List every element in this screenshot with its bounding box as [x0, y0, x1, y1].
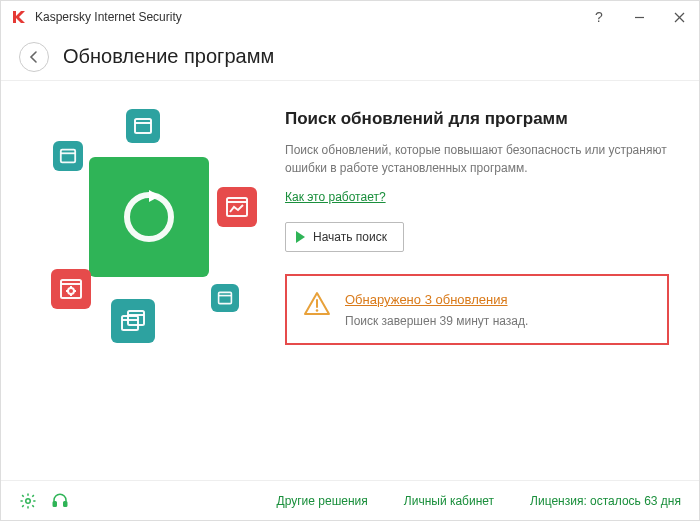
refresh-tile — [89, 157, 209, 277]
svg-rect-5 — [61, 150, 75, 163]
window-icon — [211, 284, 239, 312]
headset-icon — [51, 492, 69, 510]
alert-text: Обнаружено 3 обновления Поиск завершен 3… — [345, 290, 528, 329]
alert-subtext: Поиск завершен 39 минут назад. — [345, 314, 528, 328]
close-button[interactable] — [659, 1, 699, 33]
svg-point-24 — [316, 309, 319, 312]
svg-point-12 — [68, 288, 74, 294]
decorative-tiles — [31, 109, 261, 369]
kaspersky-logo-icon — [11, 9, 27, 25]
gear-icon — [19, 492, 37, 510]
svg-point-25 — [26, 498, 31, 503]
main-panel: Поиск обновлений для программ Поиск обно… — [261, 109, 669, 369]
how-it-works-link[interactable]: Как это работает? — [285, 190, 386, 204]
license-link[interactable]: Лицензия: осталось 63 дня — [530, 494, 681, 508]
content-area: Поиск обновлений для программ Поиск обно… — [1, 81, 699, 379]
svg-rect-17 — [122, 316, 138, 330]
updates-found-link[interactable]: Обнаружено 3 обновления — [345, 292, 507, 307]
page-title: Обновление программ — [63, 45, 274, 68]
svg-rect-8 — [227, 198, 247, 216]
section-description: Поиск обновлений, которые повышают безоп… — [285, 141, 669, 177]
minimize-button[interactable] — [619, 1, 659, 33]
gear-icon — [51, 269, 91, 309]
warning-icon — [303, 290, 331, 318]
chart-icon — [217, 187, 257, 227]
settings-button[interactable] — [19, 492, 37, 510]
help-button[interactable]: ? — [579, 1, 619, 33]
start-search-label: Начать поиск — [313, 230, 387, 244]
arrow-left-icon — [27, 50, 41, 64]
app-title: Kaspersky Internet Security — [35, 10, 579, 24]
back-button[interactable] — [19, 42, 49, 72]
start-search-button[interactable]: Начать поиск — [285, 222, 404, 252]
account-link[interactable]: Личный кабинет — [404, 494, 494, 508]
svg-rect-3 — [135, 119, 151, 133]
play-icon — [296, 231, 305, 243]
svg-rect-26 — [53, 501, 56, 506]
footer: Другие решения Личный кабинет Лицензия: … — [1, 480, 699, 520]
other-solutions-link[interactable]: Другие решения — [277, 494, 368, 508]
window-icon — [53, 141, 83, 171]
windows-stack-icon — [111, 299, 155, 343]
refresh-icon — [114, 182, 184, 252]
section-heading: Поиск обновлений для программ — [285, 109, 669, 129]
svg-rect-19 — [128, 311, 144, 325]
titlebar: Kaspersky Internet Security ? — [1, 1, 699, 33]
page-header: Обновление программ — [1, 33, 699, 81]
support-button[interactable] — [51, 492, 69, 510]
window-icon — [126, 109, 160, 143]
svg-rect-21 — [219, 292, 232, 303]
updates-found-alert: Обнаружено 3 обновления Поиск завершен 3… — [285, 274, 669, 345]
svg-rect-27 — [64, 501, 67, 506]
